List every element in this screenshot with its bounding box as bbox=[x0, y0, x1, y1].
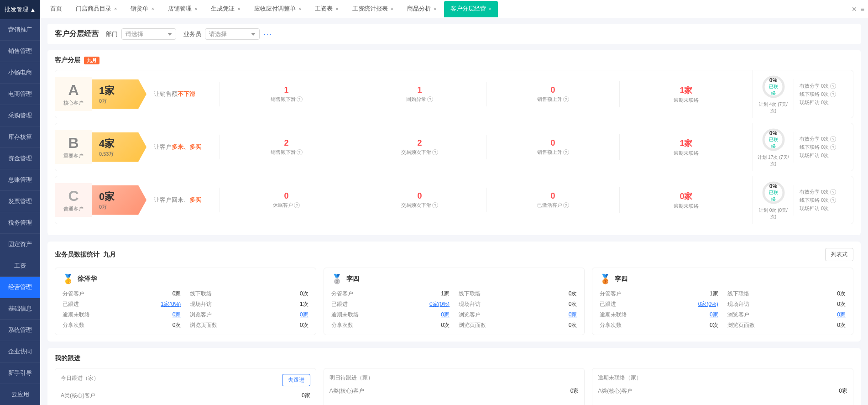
tab-product-analysis[interactable]: 商品分析 × bbox=[401, 1, 443, 17]
biz-card-header-1: 🥈 李四 bbox=[331, 274, 577, 284]
sidebar-item-assets[interactable]: 固定资产 bbox=[0, 234, 40, 255]
follow-row-a: A类(核心)客户 0家 bbox=[61, 390, 310, 401]
info-icon[interactable]: ? bbox=[294, 202, 300, 208]
biz-stat-row: 分管客户 0家 bbox=[63, 290, 181, 298]
biz-stat-row: 逾期未联络 0家 bbox=[63, 311, 181, 319]
tab-customer-tier[interactable]: 客户分层经营 × bbox=[444, 1, 498, 17]
tier-stat-b-freq-down: 2 交易频次下滑? bbox=[353, 135, 486, 159]
close-icon[interactable]: × bbox=[391, 6, 393, 11]
tab-close-icon[interactable]: ✕ bbox=[852, 5, 857, 13]
close-icon[interactable]: × bbox=[489, 6, 492, 11]
info-icon[interactable]: ? bbox=[432, 149, 438, 155]
stat-line: 有效分享 0次 ? bbox=[800, 189, 847, 195]
close-icon[interactable]: × bbox=[335, 6, 338, 11]
info-icon[interactable]: ? bbox=[297, 149, 303, 155]
biz-stat-row: 逾期未联络 0家 bbox=[331, 311, 450, 319]
dept-select[interactable]: 请选择 bbox=[121, 28, 176, 40]
go-follow-button[interactable]: 去跟进 bbox=[282, 374, 310, 386]
biz-stat-row: 现场拜访 0次 bbox=[727, 300, 846, 308]
list-view-button[interactable]: 列表式 bbox=[825, 248, 853, 261]
sidebar-item-finance[interactable]: 资金管理 bbox=[0, 148, 40, 169]
sidebar-item-marketing[interactable]: 营销推广 bbox=[0, 19, 40, 41]
sidebar-item-guide[interactable]: 新手引导 bbox=[0, 363, 40, 384]
tier-count-c: 0家 0万 bbox=[92, 185, 146, 215]
close-icon[interactable]: × bbox=[151, 6, 154, 11]
tier-stat-overdue-c: 0家 逾期未联络 bbox=[619, 187, 753, 213]
close-icon[interactable]: × bbox=[194, 6, 197, 11]
close-icon[interactable]: × bbox=[237, 6, 240, 11]
sidebar-item-sales[interactable]: 销售管理 bbox=[0, 41, 40, 62]
sidebar-item-tax[interactable]: 税务管理 bbox=[0, 212, 40, 234]
sidebar-item-system[interactable]: 系统管理 bbox=[0, 320, 40, 341]
follow-col-overdue: 逾期未联络（家） A类(核心)客户 0家 bbox=[592, 368, 853, 405]
sidebar-item-salary[interactable]: 工资 bbox=[0, 255, 40, 277]
tab-sales-order[interactable]: 销货单 × bbox=[124, 1, 160, 17]
tab-payroll[interactable]: 工资表 × bbox=[309, 1, 345, 17]
biz-cards: 🥇 徐泽华 分管客户 0家 线下联络 0次 已跟进 bbox=[55, 268, 853, 335]
sidebar-item-ecommerce-small[interactable]: 小畅电商 bbox=[0, 62, 40, 84]
tier-row-c: C 普通客户 0家 0万 让客户回来、多买 0 休眠客户? 0 bbox=[55, 176, 853, 224]
sidebar-header[interactable]: 批发管理 ▲ bbox=[0, 0, 40, 19]
stat-line: 线下联络 0次 ? bbox=[800, 197, 847, 204]
stat-line: 有效分享 0次 ? bbox=[800, 83, 847, 89]
filter-more-icon[interactable]: ··· bbox=[263, 30, 272, 38]
tab-menu-icon[interactable]: ≡ bbox=[861, 5, 864, 13]
tab-ar-ap[interactable]: 应收应付调整单 × bbox=[248, 1, 308, 17]
tier-stat-b-sales-down: 2 销售额下滑? bbox=[220, 135, 353, 159]
info-icon[interactable]: ? bbox=[563, 149, 569, 155]
info-icon[interactable]: ? bbox=[563, 202, 569, 208]
biz-stat-row: 浏览客户 0家 bbox=[459, 311, 577, 319]
tab-actions: ✕ ≡ bbox=[852, 5, 864, 13]
tab-store-mgmt[interactable]: 店铺管理 × bbox=[162, 1, 204, 17]
info-icon[interactable]: ? bbox=[563, 96, 569, 102]
biz-stat-row: 浏览页面数 0次 bbox=[459, 321, 577, 329]
tab-voucher[interactable]: 生成凭证 × bbox=[204, 1, 246, 17]
biz-grid-1: 分管客户 1家 线下联络 0次 已跟进 0家(0%) 现场拜访 bbox=[331, 290, 577, 329]
sidebar-item-ecommerce[interactable]: 电商管理 bbox=[0, 84, 40, 105]
sidebar-item-procurement[interactable]: 采购管理 bbox=[0, 105, 40, 126]
biz-grid-0: 分管客户 0家 线下联络 0次 已跟进 1家(0%) 现场拜访 bbox=[63, 290, 309, 329]
tier-label-b: B 重要客户 bbox=[55, 130, 92, 164]
biz-card-0: 🥇 徐泽华 分管客户 0家 线下联络 0次 已跟进 bbox=[55, 268, 316, 335]
customer-tier-section: 客户分层 九月 A 核心客户 1家 0万 让销售额不下滑 1 bbox=[47, 50, 861, 235]
info-icon[interactable]: ? bbox=[830, 136, 836, 142]
follow-col-title-today: 今日跟进（家） bbox=[61, 374, 99, 382]
medal-silver-icon: 🥈 bbox=[331, 274, 343, 284]
sidebar-item-base-info[interactable]: 基础信息 bbox=[0, 298, 40, 320]
follow-col-title-tomorrow: 明日待跟进（家） bbox=[329, 374, 579, 382]
sidebar-item-operations[interactable]: 经营管理 bbox=[0, 277, 40, 298]
info-icon[interactable]: ? bbox=[830, 91, 836, 97]
info-icon[interactable]: ? bbox=[432, 202, 438, 208]
sidebar-item-cloud[interactable]: 云应用 bbox=[0, 384, 40, 405]
close-icon[interactable]: × bbox=[298, 6, 301, 11]
tab-home[interactable]: 首页 bbox=[44, 1, 68, 17]
tab-store-products[interactable]: 门店商品目录 × bbox=[69, 1, 123, 17]
close-icon[interactable]: × bbox=[434, 6, 436, 11]
tier-stat-overdue-b: 1家 逾期未联络 bbox=[619, 134, 753, 160]
biz-stat-row: 已跟进 0家(0%) bbox=[600, 300, 718, 308]
tier-row-a: A 核心客户 1家 0万 让销售额不下滑 1 销售额下滑? 1 bbox=[55, 70, 853, 118]
biz-stat-row: 现场拜访 0次 bbox=[459, 300, 577, 308]
tier-slogan-a: 让销售额不下滑 bbox=[146, 90, 220, 98]
info-icon[interactable]: ? bbox=[297, 96, 303, 102]
biz-card-2: 🥉 李四 分管客户 1家 线下联络 0次 已跟进 bbox=[592, 268, 853, 335]
tier-count-a: 1家 0万 bbox=[92, 79, 146, 109]
biz-stat-row: 浏览页面数 0次 bbox=[727, 321, 846, 329]
biz-stat-row: 线下联络 0次 bbox=[190, 290, 308, 298]
sidebar-item-invoice[interactable]: 发票管理 bbox=[0, 191, 40, 212]
sidebar-item-ledger[interactable]: 总账管理 bbox=[0, 169, 40, 191]
tab-payroll-report[interactable]: 工资统计报表 × bbox=[346, 1, 400, 17]
filter-group-dept: 部门 请选择 bbox=[106, 28, 176, 40]
sidebar-item-collab[interactable]: 企业协同 bbox=[0, 341, 40, 363]
sidebar-item-inventory[interactable]: 库存核算 bbox=[0, 126, 40, 148]
info-icon[interactable]: ? bbox=[830, 83, 836, 89]
info-icon[interactable]: ? bbox=[830, 144, 836, 150]
info-icon[interactable]: ? bbox=[427, 96, 433, 102]
info-icon[interactable]: ? bbox=[830, 189, 836, 195]
close-icon[interactable]: × bbox=[114, 6, 117, 11]
tier-label-a: A 核心客户 bbox=[55, 77, 92, 111]
tab-bar: 首页 门店商品目录 × 销货单 × 店铺管理 × 生成凭证 × 应收应付调整单 … bbox=[40, 0, 868, 18]
info-icon[interactable]: ? bbox=[830, 197, 836, 203]
staff-select[interactable]: 请选择 bbox=[205, 28, 260, 40]
tier-stat-overdue-a: 1家 逾期未联络 bbox=[619, 81, 753, 107]
